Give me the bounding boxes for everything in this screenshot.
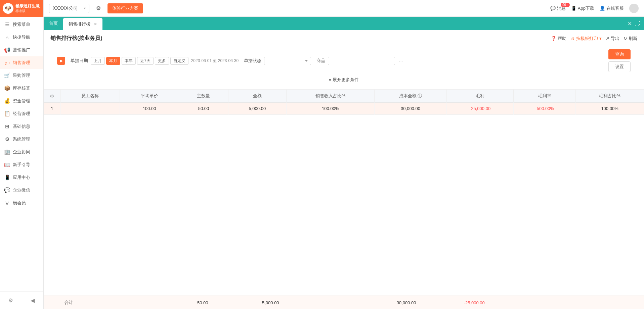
tab-close-window-icon[interactable]: ✕ (628, 20, 632, 27)
sidebar-item-finance[interactable]: 💰 资金管理 (0, 95, 43, 107)
sidebar-menu: ☰ 搜索菜单 ⌂ 快捷导航 📢 营销推广 🏷 销售管理 🛒 采购管理 📦 库存核… (0, 17, 43, 291)
shortcuts-icon: ⌂ (4, 35, 10, 40)
sidebar-item-inventory[interactable]: 📦 库存核算 (0, 82, 43, 95)
table-body: 1 100.00 50.00 5,000.00 100.00% 30,000.0… (44, 103, 644, 115)
industry-button[interactable]: 体验行业方案 (108, 3, 143, 13)
col-qty: 主数量 (179, 90, 228, 103)
sidebar-label-apps: 应用中心 (13, 174, 30, 181)
date-filter-label: 单据日期 (71, 58, 88, 64)
sidebar-item-apps[interactable]: 📱 应用中心 (0, 171, 43, 184)
sidebar-item-search[interactable]: ☰ 搜索菜单 (0, 18, 43, 31)
sidebar-label-wechat: 企业微信 (13, 187, 30, 193)
tab-home[interactable]: 首页 (44, 17, 63, 30)
table-container: ⚙ 员工名称 平均单价 主数量 全额 销售收入占比% 成本全额 ⓘ 毛利 毛利率… (44, 90, 644, 296)
apps-icon: 📱 (4, 174, 10, 181)
tab-sales-ranking[interactable]: 销售排行榜 ✕ (63, 18, 102, 30)
member-icon: V (4, 200, 10, 206)
company-selector[interactable]: XXXXX公司 ▾ (49, 4, 89, 13)
col-gross-rate: 毛利率 (514, 90, 576, 103)
print-button[interactable]: 🖨 按模板打印 ▾ (570, 36, 602, 42)
message-icon: 💬 (550, 6, 556, 11)
basic-icon: ⊞ (4, 123, 10, 130)
help-icon: ❓ (551, 36, 556, 41)
expand-conditions-button[interactable]: ▾ 展开更多条件 (57, 75, 631, 85)
settings-icon[interactable]: ⚙ (93, 3, 103, 13)
sidebar-item-operations[interactable]: 📋 经营管理 (0, 107, 43, 120)
avatar[interactable] (629, 4, 639, 13)
help-button[interactable]: ❓ 帮助 (551, 36, 566, 42)
sidebar: 🐶 畅康通好生意 标准版 ☰ 搜索菜单 ⌂ 快捷导航 📢 营销推广 🏷 销售管理… (0, 0, 44, 309)
sidebar-item-sales[interactable]: 🏷 销售管理 (0, 56, 43, 69)
page-actions: ❓ 帮助 🖨 按模板打印 ▾ ↗ 导出 ↻ 刷新 (551, 36, 637, 42)
status-select[interactable] (264, 57, 311, 65)
status-filter-group: 单据状态 (244, 57, 311, 65)
print-icon: 🖨 (570, 36, 575, 41)
last-7days-btn[interactable]: 近7天 (137, 57, 154, 65)
status-filter-label: 单据状态 (244, 58, 261, 64)
sidebar-item-guide[interactable]: 📖 新手引导 (0, 158, 43, 171)
service-icon: 👤 (600, 6, 605, 11)
operations-icon: 📋 (4, 111, 10, 117)
sidebar-item-wechat[interactable]: 💬 企业微信 (0, 184, 43, 197)
goods-input[interactable] (328, 57, 395, 65)
cell-gross-pct: 100.00% (576, 103, 644, 115)
col-avg-price: 平均单价 (120, 90, 179, 103)
page-title: 销售排行榜(按业务员) (50, 35, 102, 42)
current-month-btn[interactable]: 本月 (106, 57, 120, 65)
system-icon: ⚙ (4, 136, 10, 142)
refresh-button[interactable]: ↻ 刷新 (624, 36, 637, 42)
cell-name (60, 103, 120, 115)
sidebar-label-search: 搜索菜单 (13, 21, 30, 28)
sidebar-label-guide: 新手引导 (13, 162, 30, 168)
sidebar-label-enterprise: 企业协同 (13, 149, 30, 155)
sidebar-label-marketing: 营销推广 (13, 47, 30, 53)
sidebar-label-finance: 资金管理 (13, 98, 30, 104)
header-right: 💬 消息 99+ 📱 App下载 👤 在线客服 (550, 4, 639, 13)
col-revenue-pct: 销售收入占比% (286, 90, 374, 103)
expand-icon: ▾ (329, 78, 331, 83)
sidebar-item-basic[interactable]: ⊞ 基础信息 (0, 120, 43, 133)
sidebar-item-marketing[interactable]: 📢 营销推广 (0, 44, 43, 56)
sidebar-label-operations: 经营管理 (13, 111, 30, 117)
message-button[interactable]: 💬 消息 99+ (550, 5, 566, 11)
more-date-btn[interactable]: 更多 (155, 57, 169, 65)
query-button[interactable]: 查询 (608, 49, 631, 59)
goods-filter-label: 商品 (316, 58, 325, 64)
sidebar-label-shortcuts: 快捷导航 (13, 34, 30, 40)
settings-bottom-icon[interactable]: ⚙ (5, 294, 17, 306)
sidebar-item-system[interactable]: ⚙ 系统管理 (0, 133, 43, 146)
content-area: 销售排行榜(按业务员) ❓ 帮助 🖨 按模板打印 ▾ ↗ 导出 (44, 30, 644, 309)
app-download-button[interactable]: 📱 App下载 (571, 5, 594, 11)
sidebar-item-enterprise[interactable]: 🏢 企业协同 (0, 146, 43, 158)
logo-line1: 畅康通好生意 (15, 3, 40, 9)
cell-qty: 50.00 (179, 103, 228, 115)
tab-maximize-icon[interactable]: ⛶ (635, 20, 640, 27)
cell-revenue-pct: 100.00% (286, 103, 374, 115)
export-button[interactable]: ↗ 导出 (606, 36, 619, 42)
collapse-icon[interactable]: ◀ (27, 294, 39, 306)
settings-button[interactable]: 设置 (608, 61, 631, 72)
custom-date-btn[interactable]: 自定义 (170, 57, 188, 65)
current-year-btn[interactable]: 本年 (122, 57, 136, 65)
tab-close-icon[interactable]: ✕ (94, 22, 97, 27)
sidebar-logo: 🐶 畅康通好生意 标准版 (0, 0, 43, 17)
more-fields-icon[interactable]: ··· (398, 58, 404, 63)
finance-icon: 💰 (4, 98, 10, 104)
filter-collapse-arrow[interactable]: ▶ (57, 57, 65, 65)
cell-amount: 5,000.00 (228, 103, 286, 115)
marketing-icon: 📢 (4, 47, 10, 53)
col-gross-pct: 毛利占比% (576, 90, 644, 103)
message-badge: 99+ (561, 3, 570, 7)
tab-bar-right: ✕ ⛶ (628, 20, 644, 27)
enterprise-icon: 🏢 (4, 149, 10, 155)
filter-bar: ▶ 单据日期 上月 本月 本年 近7天 更多 自定义 2023-06-01 至 … (50, 45, 637, 89)
sidebar-item-purchase[interactable]: 🛒 采购管理 (0, 69, 43, 82)
table-header-row: ⚙ 员工名称 平均单价 主数量 全额 销售收入占比% 成本全额 ⓘ 毛利 毛利率… (44, 90, 644, 103)
table-footer: 合计 50.00 5,000.00 30,000.00 -25,000.00 (44, 296, 644, 309)
cell-gross: -25,000.00 (446, 103, 514, 115)
cell-avg-price: 100.00 (120, 103, 179, 115)
online-service-button[interactable]: 👤 在线客服 (600, 5, 624, 11)
prev-month-btn[interactable]: 上月 (91, 57, 105, 65)
sidebar-item-shortcuts[interactable]: ⌂ 快捷导航 (0, 31, 43, 44)
sidebar-item-member[interactable]: V 畅会员 (0, 197, 43, 209)
